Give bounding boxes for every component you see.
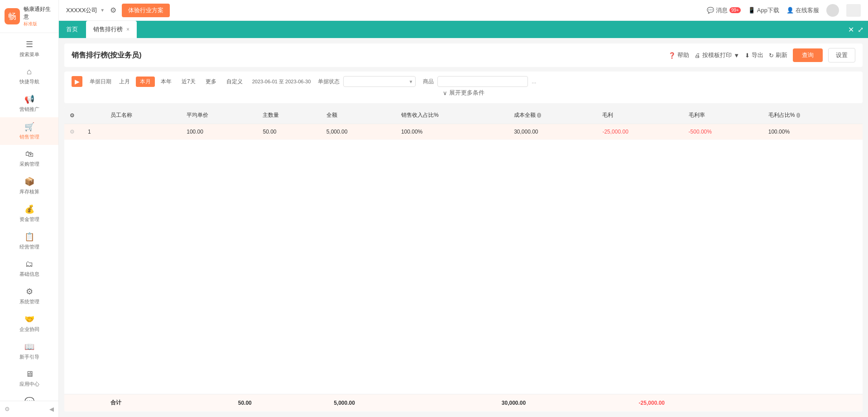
page-actions: ❓ 帮助 🖨 按模板打印 ▼ ⬇ 导出 ↻ 刷新 查询 设置 xyxy=(668,48,855,62)
goods-more-link[interactable]: ... xyxy=(532,78,536,85)
row-sales-pct: 100.00% xyxy=(396,124,508,140)
row-rank: 1 xyxy=(82,124,105,140)
sidebar-item-marketing[interactable]: 📢 营销推广 xyxy=(0,90,58,117)
tab-sales-ranking[interactable]: 销售排行榜 × xyxy=(86,21,137,38)
table-row: ⚙ 1 100.00 50.00 5,000.00 100.00% 30,000… xyxy=(64,124,863,140)
sidebar-item-system[interactable]: ⚙ 系统管理 xyxy=(0,282,58,310)
sidebar-item-finance-label: 资金管理 xyxy=(19,216,39,223)
tabbar-right: ✕ ⤢ xyxy=(848,25,868,34)
sidebar-item-guide[interactable]: 📖 新手引导 xyxy=(0,337,58,365)
date-filter-label: 单据日期 xyxy=(90,78,111,86)
sidebar-item-inventory-label: 库存核算 xyxy=(19,188,39,195)
tab-sales-ranking-label: 销售排行榜 xyxy=(93,25,123,34)
footer-amount: 5,000.00 xyxy=(328,394,454,412)
footer-profit-pct xyxy=(820,394,863,412)
collapse-sidebar-icon[interactable]: ◀ xyxy=(49,406,54,412)
footer-avg-price xyxy=(190,394,233,412)
col-name: 员工名称 xyxy=(105,107,181,124)
marketing-icon: 📢 xyxy=(24,94,34,104)
status-select[interactable] xyxy=(343,76,416,87)
date-opt-custom[interactable]: 自定义 xyxy=(222,77,247,87)
footer-qty: 50.00 xyxy=(233,394,328,412)
tabbar: 首页 销售排行榜 × ✕ ⤢ xyxy=(59,21,868,38)
row-cost: 30,000.00 xyxy=(508,124,597,140)
refresh-button[interactable]: ↻ 刷新 xyxy=(769,51,787,59)
logo-area: 畅 畅康通好生意 标准版 xyxy=(0,0,58,33)
sidebar-item-apps[interactable]: 🖥 应用中心 xyxy=(0,365,58,392)
msg-badge: 99+ xyxy=(729,7,741,13)
home-icon: ⌂ xyxy=(27,67,32,77)
settings-button[interactable]: 设置 xyxy=(828,48,855,62)
date-range-display: 2023-06-01 至 2023-06-30 xyxy=(252,78,311,85)
row-settings: ⚙ xyxy=(64,124,82,140)
sidebar-item-search-label: 搜索菜单 xyxy=(19,51,39,58)
sidebar-item-inventory[interactable]: 📦 库存核算 xyxy=(0,172,58,200)
print-button[interactable]: 🖨 按模板打印 ▼ xyxy=(695,51,739,59)
col-avg-price: 平均单价 xyxy=(181,107,257,124)
date-opt-7days[interactable]: 近7天 xyxy=(177,77,200,87)
footer-sales-pct xyxy=(454,394,496,412)
user-name-area[interactable] xyxy=(846,4,861,17)
row-avg-price: 100.00 xyxy=(181,124,257,140)
sidebar-item-search[interactable]: ☰ 搜索菜单 xyxy=(0,35,58,62)
tab-close-button[interactable]: ✕ xyxy=(848,25,854,34)
status-select-wrapper: ▼ xyxy=(343,76,416,87)
footer-label: 合计 xyxy=(105,394,190,412)
finance-icon: 💰 xyxy=(24,204,34,214)
tab-close-icon[interactable]: × xyxy=(126,26,129,33)
sidebar-item-collab-label: 企业协同 xyxy=(19,326,39,333)
sidebar-item-basic[interactable]: 🗂 基础信息 xyxy=(0,255,58,282)
operation-icon: 📋 xyxy=(24,232,34,242)
table-footer-row: 合计 50.00 5,000.00 30,000.00 -25,000.00 xyxy=(64,394,863,412)
sales-icon: 🛒 xyxy=(24,122,34,132)
footer-profit: -25,000.00 xyxy=(633,394,777,412)
row-profit-rate: -500.00% xyxy=(683,124,763,140)
sidebar-item-shortcut-label: 快捷导航 xyxy=(19,78,39,85)
msg-button[interactable]: 💬 消息 99+ xyxy=(707,6,741,14)
sidebar-item-purchase[interactable]: 🛍 采购管理 xyxy=(0,145,58,172)
export-button[interactable]: ⬇ 导出 xyxy=(745,51,763,59)
filter-collapse-btn[interactable]: ▶ xyxy=(72,76,82,87)
basic-icon: 🗂 xyxy=(25,259,34,269)
filter-row-main: ▶ 单据日期 上月 本月 本年 近7天 更多 自定义 2023-06-01 至 … xyxy=(72,76,855,87)
sidebar-item-marketing-label: 营销推广 xyxy=(19,106,39,113)
expand-row: ∨ 展开更多条件 xyxy=(72,87,855,99)
trial-button[interactable]: 体验行业方案 xyxy=(122,4,170,17)
settings-bottom-icon[interactable]: ⚙ xyxy=(5,406,10,412)
purchase-icon: 🛍 xyxy=(25,149,34,159)
online-service-button[interactable]: 👤 在线客服 xyxy=(786,6,819,14)
user-avatar[interactable] xyxy=(826,4,839,17)
date-opt-this-year[interactable]: 本年 xyxy=(157,77,176,87)
company-selector[interactable]: XXXXX公司 ▼ xyxy=(66,6,105,14)
query-button[interactable]: 查询 xyxy=(793,48,823,62)
date-opt-last-month[interactable]: 上月 xyxy=(115,77,134,87)
app-download-button[interactable]: 📱 App下载 xyxy=(748,6,779,14)
sidebar-item-shortcut[interactable]: ⌂ 快捷导航 xyxy=(0,62,58,90)
help-button[interactable]: ❓ 帮助 xyxy=(668,51,689,59)
footer-profit-rate xyxy=(777,394,820,412)
guide-icon: 📖 xyxy=(24,342,34,352)
expand-conditions-button[interactable]: ∨ 展开更多条件 xyxy=(443,89,484,97)
table-header-row: ⚙ 员工名称 平均单价 主数量 全额 销售收入占比% 成本全额 i 毛利 毛利率… xyxy=(64,107,863,124)
row-name xyxy=(105,124,181,140)
tab-home[interactable]: 首页 xyxy=(59,21,85,38)
filter-goods-item: 商品 ... xyxy=(423,76,536,87)
sidebar-item-finance[interactable]: 💰 资金管理 xyxy=(0,200,58,227)
date-options: 上月 本月 本年 近7天 更多 自定义 xyxy=(115,77,247,87)
sidebar-item-collab[interactable]: 🤝 企业协同 xyxy=(0,310,58,337)
refresh-icon: ↻ xyxy=(769,52,774,59)
help-icon: ❓ xyxy=(668,52,676,59)
content-area: 销售排行榜(按业务员) ❓ 帮助 🖨 按模板打印 ▼ ⬇ 导出 ↻ 刷新 xyxy=(59,38,868,417)
goods-input[interactable] xyxy=(437,76,528,87)
company-name: XXXXX公司 xyxy=(66,6,97,14)
app-download-label: App下载 xyxy=(757,6,779,14)
tab-maximize-button[interactable]: ⤢ xyxy=(858,25,863,34)
date-opt-this-month[interactable]: 本月 xyxy=(136,77,155,87)
row-amount: 5,000.00 xyxy=(321,124,396,140)
sidebar-item-wechat[interactable]: 💬 企业微信 xyxy=(0,392,58,401)
sidebar-item-operation[interactable]: 📋 经营管理 xyxy=(0,227,58,255)
date-opt-more[interactable]: 更多 xyxy=(201,77,221,87)
col-profit-pct: 毛利占比% i xyxy=(763,107,863,124)
sidebar-item-sales[interactable]: 🛒 销售管理 xyxy=(0,117,58,145)
topbar-gear-icon[interactable]: ⚙ xyxy=(110,6,116,14)
